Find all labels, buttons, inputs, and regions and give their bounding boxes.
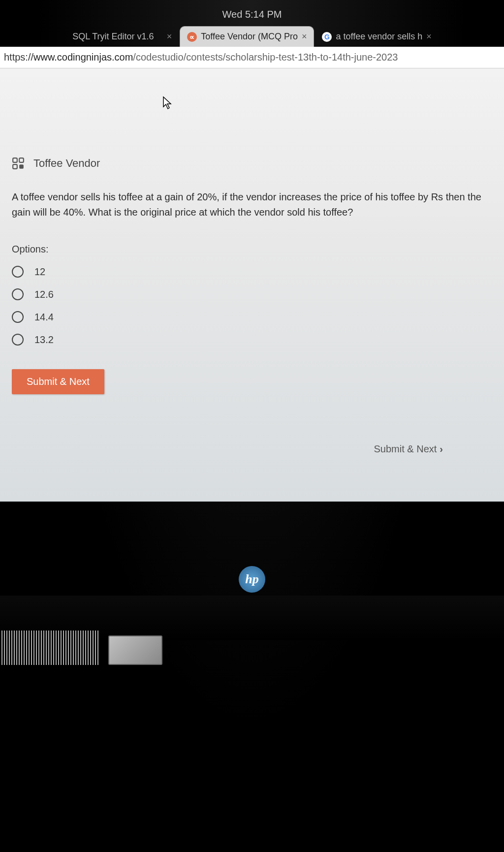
svg-rect-0 [13,158,17,162]
close-icon[interactable]: × [167,32,172,42]
svg-rect-2 [13,164,17,169]
question-header: Toffee Vendor [12,157,492,170]
tab-toffee-vendor[interactable]: ∝ Toffee Vendor (MCQ Pro × [180,26,314,47]
option-text: 12.6 [34,289,54,300]
question-body: A toffee vendor sells his toffee at a ga… [12,189,492,220]
browser-tab-strip: SQL Tryit Editor v1.6 × ∝ Toffee Vendor … [0,24,504,47]
svg-rect-3 [19,164,24,169]
google-favicon-icon: G [322,32,332,42]
chevron-right-icon: › [440,443,443,454]
options-list: 12 12.6 14.4 13.2 [12,266,492,346]
codingninjas-favicon-icon: ∝ [187,32,197,42]
system-time: Wed 5:14 PM [222,9,282,20]
options-label: Options: [12,244,492,255]
close-icon[interactable]: × [302,32,307,42]
option-row-4[interactable]: 13.2 [12,334,492,346]
page-content: Toffee Vendor A toffee vendor sells his … [0,68,504,502]
apps-grid-icon [12,157,25,170]
option-row-2[interactable]: 12.6 [12,288,492,300]
bottom-nav: Submit & Next› [12,443,492,455]
tab-title: a toffee vendor sells h [336,32,422,42]
url-path: /codestudio/contests/scholarship-test-13… [133,52,398,63]
option-text: 13.2 [34,334,54,346]
barcode-artifact [0,631,98,665]
tab-sql-tryit[interactable]: SQL Tryit Editor v1.6 × [65,27,179,47]
tab-title: SQL Tryit Editor v1.6 [72,32,162,42]
radio-icon[interactable] [12,334,24,346]
question-title: Toffee Vendor [33,157,100,170]
close-icon[interactable]: × [426,32,432,42]
submit-next-button[interactable]: Submit & Next [12,369,104,394]
radio-icon[interactable] [12,266,24,278]
tab-google-search[interactable]: G a toffee vendor sells h × [315,27,438,47]
laptop-sticker [108,635,162,665]
system-status-bar: Wed 5:14 PM [0,0,504,24]
url-prefix: https:// [4,52,33,63]
radio-icon[interactable] [12,311,24,323]
radio-icon[interactable] [12,288,24,300]
option-row-3[interactable]: 14.4 [12,311,492,323]
hp-logo-icon: hp [239,566,265,593]
browser-address-bar[interactable]: https://www.codingninjas.com/codestudio/… [0,47,504,68]
submit-next-link[interactable]: Submit & Next› [374,443,443,454]
svg-rect-1 [19,158,24,162]
tab-title: Toffee Vendor (MCQ Pro [201,32,298,42]
option-text: 14.4 [34,312,54,323]
url-domain: www.codingninjas.com [33,52,133,63]
option-row-1[interactable]: 12 [12,266,492,278]
option-text: 12 [34,266,45,278]
